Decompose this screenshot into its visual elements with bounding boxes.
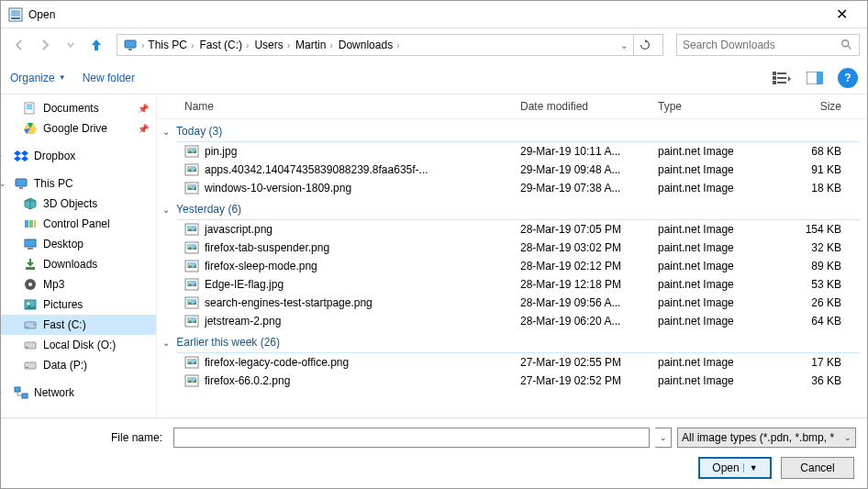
help-button[interactable]: ?: [838, 68, 858, 88]
image-file-icon: [184, 314, 199, 328]
sidebar-thispc[interactable]: ⌄ This PC: [1, 173, 156, 194]
file-row[interactable]: search-engines-test-startpage.png28-Mar-…: [157, 294, 867, 312]
file-list[interactable]: Name Date modified Type Size ⌄ Today (3)…: [157, 94, 867, 417]
sidebar[interactable]: Documents📌Google Drive📌 › Dropbox ⌄ This…: [1, 94, 157, 417]
sidebar-item[interactable]: Desktop: [1, 234, 156, 254]
column-headers[interactable]: Name Date modified Type Size: [157, 94, 867, 119]
file-row[interactable]: javascript.png28-Mar-19 07:05 PMpaint.ne…: [157, 220, 867, 239]
new-folder-button[interactable]: New folder: [83, 72, 135, 84]
file-date: 28-Mar-19 03:02 PM: [520, 241, 658, 254]
sidebar-item[interactable]: Pictures: [1, 295, 156, 315]
svg-line-6: [848, 46, 851, 50]
file-date: 27-Mar-19 02:55 PM: [520, 356, 658, 369]
organize-button[interactable]: Organize▼: [10, 72, 66, 84]
svg-rect-35: [26, 347, 28, 348]
svg-rect-10: [777, 77, 786, 79]
sidebar-item[interactable]: Local Disk (O:): [1, 335, 156, 355]
file-row[interactable]: firefox-66.0.2.png27-Mar-19 02:52 PMpain…: [157, 372, 867, 390]
cancel-button[interactable]: Cancel: [781, 457, 854, 479]
view-button[interactable]: [772, 68, 792, 88]
file-row[interactable]: windows-10-version-1809.png29-Mar-19 07:…: [157, 179, 867, 197]
svg-rect-7: [773, 72, 776, 75]
file-name: apps.40342.14047435839088239.8faa635f-..…: [205, 163, 520, 176]
svg-rect-26: [26, 267, 35, 270]
sidebar-item[interactable]: Downloads: [1, 254, 156, 274]
file-row[interactable]: pin.jpg29-Mar-19 10:11 A...paint.net Ima…: [157, 142, 867, 161]
file-size: 17 KB: [768, 356, 860, 369]
refresh-button[interactable]: [633, 34, 655, 56]
file-type: paint.net Image: [658, 374, 768, 387]
back-button[interactable]: [8, 34, 30, 56]
breadcrumb[interactable]: › This PC › Fast (C:)› Users› Martin› Do…: [117, 34, 663, 56]
file-size: 89 KB: [768, 260, 860, 272]
cpl-icon: [23, 217, 38, 231]
disk2-icon: [23, 358, 38, 372]
file-row[interactable]: Edge-IE-flag.jpg28-Mar-19 12:18 PMpaint.…: [157, 275, 867, 294]
group-header[interactable]: ⌄ Yesterday (6): [157, 197, 867, 219]
svg-rect-23: [34, 220, 36, 228]
svg-rect-14: [817, 72, 823, 84]
chevron-down-icon: ⌄: [844, 433, 851, 442]
file-type: paint.net Image: [658, 223, 768, 236]
svg-rect-21: [25, 220, 28, 228]
crumb-thispc[interactable]: › This PC ›: [121, 38, 195, 52]
file-name: javascript.png: [205, 223, 520, 236]
group-header[interactable]: ⌄ Earlier this week (26): [157, 330, 867, 352]
chevron-down-icon: ⌄: [162, 205, 173, 215]
file-type: paint.net Image: [658, 356, 768, 369]
filename-dropdown[interactable]: ⌄: [655, 428, 672, 448]
sidebar-item[interactable]: Documents📌: [1, 98, 156, 118]
file-date: 28-Mar-19 09:56 A...: [520, 296, 658, 309]
filetype-filter[interactable]: All image types (*.pdn, *.bmp, * ⌄: [677, 428, 856, 448]
col-size[interactable]: Size: [768, 100, 860, 113]
sidebar-item[interactable]: Control Panel: [1, 214, 156, 234]
file-size: 32 KB: [768, 241, 860, 254]
sidebar-item[interactable]: Data (P:): [1, 355, 156, 375]
filename-input[interactable]: [173, 428, 650, 448]
crumb-1[interactable]: Fast (C:)›: [197, 39, 250, 51]
file-type: paint.net Image: [658, 145, 768, 158]
sidebar-item[interactable]: Google Drive📌: [1, 118, 156, 139]
crumb-3[interactable]: Martin›: [294, 39, 335, 51]
file-row[interactable]: apps.40342.14047435839088239.8faa635f-..…: [157, 161, 867, 179]
svg-rect-9: [773, 76, 776, 80]
close-button[interactable]: ✕: [823, 6, 860, 23]
file-date: 28-Mar-19 06:20 A...: [520, 315, 658, 328]
crumb-2[interactable]: Users›: [252, 39, 292, 51]
svg-point-51: [189, 227, 191, 228]
crumb-4[interactable]: Downloads›: [337, 39, 402, 51]
file-size: 64 KB: [768, 315, 860, 328]
up-button[interactable]: [85, 34, 107, 56]
sidebar-item[interactable]: Mp3: [1, 274, 156, 295]
col-type[interactable]: Type: [658, 100, 768, 113]
body: Documents📌Google Drive📌 › Dropbox ⌄ This…: [1, 94, 867, 417]
col-date[interactable]: Date modified: [520, 100, 658, 113]
sidebar-item[interactable]: Fast (C:): [1, 315, 156, 335]
search-box[interactable]: [676, 34, 860, 56]
open-button[interactable]: Open ▼: [698, 457, 772, 479]
forward-button[interactable]: [34, 34, 56, 56]
group-header[interactable]: ⌄ Today (3): [157, 119, 867, 141]
sidebar-item[interactable]: 3D Objects: [1, 194, 156, 214]
sidebar-dropbox[interactable]: › Dropbox: [1, 146, 156, 166]
svg-point-5: [842, 40, 849, 47]
file-row[interactable]: jetstream-2.png28-Mar-19 06:20 A...paint…: [157, 312, 867, 330]
image-file-icon: [184, 181, 199, 195]
svg-point-48: [189, 185, 191, 187]
file-size: 18 KB: [768, 182, 860, 194]
disk-icon: [23, 317, 38, 332]
recent-dropdown[interactable]: [60, 34, 82, 56]
search-input[interactable]: [683, 39, 840, 51]
preview-pane-button[interactable]: [805, 68, 825, 88]
col-name[interactable]: Name: [184, 100, 520, 113]
file-type: paint.net Image: [658, 182, 768, 194]
sidebar-network[interactable]: › Network: [1, 383, 156, 403]
file-row[interactable]: firefox-sleep-mode.png28-Mar-19 02:12 PM…: [157, 257, 867, 275]
image-file-icon: [184, 277, 199, 292]
disk2-icon: [23, 338, 38, 352]
breadcrumb-dropdown[interactable]: ⌄: [620, 40, 628, 50]
file-row[interactable]: firefox-legacy-code-office.png27-Mar-19 …: [157, 353, 867, 372]
chevron-right-icon: ›: [396, 40, 399, 50]
file-row[interactable]: firefox-tab-suspender.png28-Mar-19 03:02…: [157, 239, 867, 257]
svg-rect-19: [16, 179, 27, 186]
